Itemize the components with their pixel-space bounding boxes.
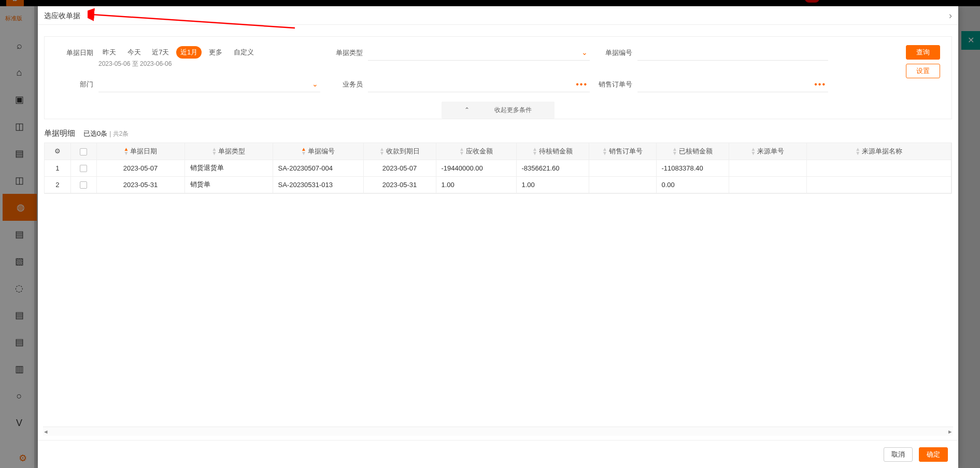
- table-row[interactable]: 22023-05-31销货单SA-20230531-0132023-05-311…: [45, 176, 951, 193]
- filter-doc-type: 单据类型 ⌄: [320, 46, 590, 68]
- row-checkbox-cell[interactable]: [70, 176, 96, 193]
- column-header-doc-no[interactable]: ▲▼单据编号: [273, 143, 363, 160]
- filter-panel: 单据日期 昨天 今天 近7天 近1月 更多 自定义 2023-05-06 至 2…: [44, 36, 952, 119]
- col-label: 收款到期日: [386, 147, 420, 155]
- column-header-doc-date[interactable]: ▲▼单据日期: [96, 143, 184, 160]
- column-header-source-name[interactable]: ▲▼来源单据名称: [806, 143, 951, 160]
- filter-label: 部门: [51, 78, 98, 91]
- cell-amt-pending: -8356621.60: [516, 160, 589, 176]
- select-receivable-modal: 选应收单据 › 单据日期 昨天 今天 近7天 近1月 更多: [38, 6, 958, 468]
- doc-no-input[interactable]: [637, 46, 828, 61]
- date-range-text: 2023-05-06 至 2023-06-06: [98, 60, 320, 68]
- receivable-table: ⚙ ▲▼单据日期 ▲▼单据类型 ▲▼单据编号 ▲▼收款到期日 ▲▼应收金额 ▲▼…: [45, 143, 951, 193]
- column-header-checkbox[interactable]: [70, 143, 96, 160]
- modal-close-button[interactable]: ›: [949, 6, 952, 25]
- cell-source-no: [729, 176, 806, 193]
- col-label: 销售订单号: [609, 147, 643, 155]
- filter-doc-no: 单据编号: [590, 46, 828, 68]
- cell-sales-order-no: [589, 176, 656, 193]
- ellipsis-icon: •••: [576, 80, 588, 89]
- modal-body: 单据日期 昨天 今天 近7天 近1月 更多 自定义 2023-05-06 至 2…: [38, 25, 958, 440]
- total-count: | 共2条: [109, 130, 129, 138]
- cell-amt-verified: -11083378.40: [656, 160, 729, 176]
- select-all-checkbox[interactable]: [80, 148, 87, 155]
- cell-source-name: [806, 160, 951, 176]
- filter-label: 业务员: [320, 78, 368, 91]
- cell-doc-no: SA-20230507-004: [273, 160, 363, 176]
- col-label: 来源单据名称: [862, 147, 902, 155]
- cell-sales-order-no: [589, 160, 656, 176]
- col-label: 应收金额: [466, 147, 493, 155]
- column-header-amt-verified[interactable]: ▲▼已核销金额: [656, 143, 729, 160]
- cell-amt-receivable: 1.00: [436, 176, 516, 193]
- filter-salesman: 业务员 •••: [320, 78, 590, 92]
- modal-header: 选应收单据 ›: [38, 6, 958, 25]
- modal-title: 选应收单据: [44, 6, 80, 25]
- filter-label: 单据类型: [320, 46, 368, 60]
- modal-footer: 取消 确定: [38, 440, 958, 468]
- row-index: 1: [45, 160, 70, 176]
- table-wrapper: ⚙ ▲▼单据日期 ▲▼单据类型 ▲▼单据编号 ▲▼收款到期日 ▲▼应收金额 ▲▼…: [44, 143, 952, 194]
- sales-order-no-select[interactable]: •••: [637, 78, 828, 92]
- cell-doc-date: 2023-05-07: [96, 160, 184, 176]
- preset-last1m[interactable]: 近1月: [176, 46, 202, 59]
- cell-doc-type: 销货单: [184, 176, 273, 193]
- preset-today[interactable]: 今天: [123, 46, 145, 59]
- collapse-label: 收起更多条件: [483, 104, 543, 117]
- collapse-more-button[interactable]: ⌃ 收起更多条件: [442, 102, 554, 119]
- scroll-left-icon[interactable]: ◂: [43, 428, 49, 435]
- preset-yesterday[interactable]: 昨天: [98, 46, 120, 59]
- chevron-down-icon: ⌄: [581, 48, 588, 56]
- column-header-sales-order-no[interactable]: ▲▼销售订单号: [589, 143, 656, 160]
- cancel-button[interactable]: 取消: [884, 447, 913, 462]
- cell-doc-type: 销货退货单: [184, 160, 273, 176]
- column-header-amt-receivable[interactable]: ▲▼应收金额: [436, 143, 516, 160]
- filter-settings-button[interactable]: 设置: [906, 64, 940, 78]
- column-header-doc-type[interactable]: ▲▼单据类型: [184, 143, 273, 160]
- filter-dept: 部门 ⌄: [51, 78, 320, 92]
- salesman-select[interactable]: •••: [368, 78, 590, 92]
- col-label: 已核销金额: [679, 147, 713, 155]
- preset-more[interactable]: 更多: [205, 46, 226, 59]
- table-row[interactable]: 12023-05-07销货退货单SA-20230507-0042023-05-0…: [45, 160, 951, 176]
- cell-doc-date: 2023-05-31: [96, 176, 184, 193]
- detail-header: 单据明细 已选0条 | 共2条: [44, 129, 952, 138]
- confirm-button[interactable]: 确定: [919, 447, 948, 462]
- dept-select[interactable]: ⌄: [98, 78, 320, 92]
- filter-actions: 查询 设置: [906, 45, 943, 82]
- filter-sales-order-no: 销售订单号 •••: [590, 78, 828, 92]
- column-header-source-no[interactable]: ▲▼来源单号: [729, 143, 806, 160]
- col-label: 单据类型: [218, 147, 245, 155]
- row-checkbox-cell[interactable]: [70, 160, 96, 176]
- cell-source-no: [729, 160, 806, 176]
- column-header-amt-pending[interactable]: ▲▼待核销金额: [516, 143, 589, 160]
- filter-doc-date: 单据日期 昨天 今天 近7天 近1月 更多 自定义 2023-05-06 至 2…: [51, 46, 320, 68]
- col-label: 来源单号: [757, 147, 784, 155]
- filter-label: 单据编号: [590, 46, 637, 60]
- filter-label: 单据日期: [51, 46, 98, 60]
- cell-due-date: 2023-05-31: [363, 176, 436, 193]
- horizontal-scrollbar[interactable]: ◂ ▸: [43, 427, 953, 436]
- row-index: 2: [45, 176, 70, 193]
- filter-label: 销售订单号: [590, 78, 637, 91]
- row-checkbox[interactable]: [80, 165, 87, 172]
- scroll-right-icon[interactable]: ▸: [947, 428, 953, 435]
- row-checkbox[interactable]: [80, 181, 87, 189]
- preset-custom[interactable]: 自定义: [230, 46, 258, 59]
- date-presets: 昨天 今天 近7天 近1月 更多 自定义: [98, 46, 320, 59]
- cell-amt-verified: 0.00: [656, 176, 729, 193]
- column-header-gear[interactable]: ⚙: [45, 143, 70, 160]
- col-label: 单据日期: [130, 147, 157, 155]
- ellipsis-icon: •••: [814, 80, 826, 89]
- cell-due-date: 2023-05-07: [363, 160, 436, 176]
- gear-icon: ⚙: [54, 147, 61, 155]
- chevron-up-icon: ⌃: [453, 104, 481, 116]
- selected-count: 已选0条: [83, 129, 107, 138]
- cell-doc-no: SA-20230531-013: [273, 176, 363, 193]
- query-button[interactable]: 查询: [906, 45, 940, 60]
- collapse-bar: ⌃ 收起更多条件: [51, 102, 945, 119]
- col-label: 单据编号: [308, 147, 335, 155]
- column-header-due-date[interactable]: ▲▼收款到期日: [363, 143, 436, 160]
- doc-type-select[interactable]: ⌄: [368, 46, 590, 61]
- preset-last7[interactable]: 近7天: [148, 46, 173, 59]
